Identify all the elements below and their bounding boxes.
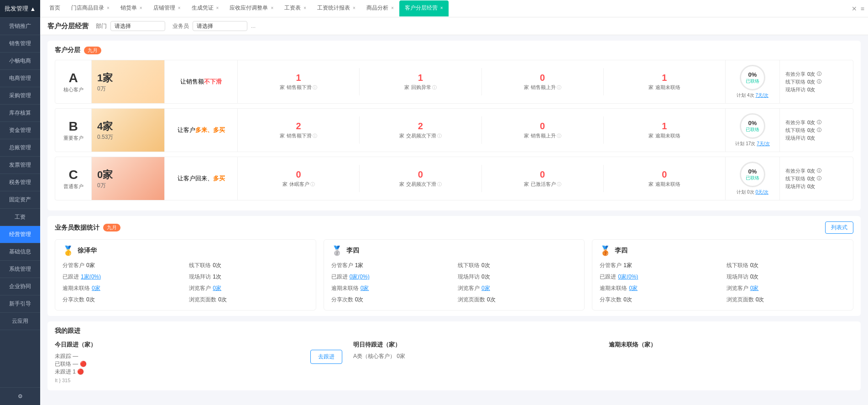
sidebar-item-gongzi[interactable]: 工资 [0,209,40,226]
tier-b-stat-0[interactable]: 2 家销售额下滑ⓘ [238,116,360,144]
tier-a-stat-2-label: 家销售额上升ⓘ [524,84,561,91]
biz-stats-section: 业务员数据统计 九月 列表式 🥇 徐泽华 分管客户 0家 [47,216,861,316]
biz-2-left-1-val[interactable]: 0家(0%) [618,273,638,281]
sidebar-item-jichu[interactable]: 基础信息 [0,243,40,261]
tab-close-payroll-report[interactable]: × [353,5,356,11]
tab-close-product-analysis[interactable]: × [391,5,394,11]
tab-close-all[interactable]: ✕ [852,5,857,12]
tier-c-plan-link[interactable]: 0天/次 [755,189,768,195]
sidebar-top-item[interactable]: 批发管理 ▲ [0,0,40,18]
biz-1-left-2-val[interactable]: 0家 [361,284,369,292]
tab-bar-actions: ✕ ≡ [852,5,864,12]
tier-a-stat-1[interactable]: 1 家回购异常ⓘ [360,68,481,95]
biz-card-2: 🥉 李四 分管客户 1家 线下联络 0次 已跟进 [592,239,853,310]
tab-close-adjustment[interactable]: × [271,5,273,11]
sidebar-item-shuiwu[interactable]: 税务管理 [0,174,40,191]
sidebar-item-yun[interactable]: 云应用 [0,313,40,330]
tier-b-stat-2[interactable]: 0 家销售额上升ⓘ [482,116,604,144]
tier-a-stat-0[interactable]: 1 家销售额下滑ⓘ [238,68,360,95]
tier-b-slogan-highlight: 多来、多买 [195,126,225,134]
tier-c-stat-2[interactable]: 0 家已激活客户ⓘ [482,165,604,192]
tab-close-store-manage[interactable]: × [178,5,181,11]
sidebar-item-kucun[interactable]: 库存核算 [0,105,40,122]
follow-tomorrow-col: 明日待跟进（家） A类（核心客户） 0家 [353,341,598,360]
tier-a-offline-info[interactable]: ⓘ [817,79,821,85]
tab-more[interactable]: ≡ [861,5,864,12]
sidebar-item-fapiao[interactable]: 发票管理 [0,157,40,174]
sidebar-item-xiaodian[interactable]: 小畅电商 [0,53,40,70]
tab-close-sales-order[interactable]: × [140,5,142,11]
tab-customer-tier[interactable]: 客户分层经营 × [399,0,449,16]
settings-button[interactable]: ⚙ [0,387,40,405]
biz-0-left-3: 分享次数 0次 [63,295,182,305]
sidebar-item-jingying[interactable]: 经营管理 [0,226,40,243]
tier-b-main: 4家 0.53万 [92,109,165,152]
biz-1-right-2-val[interactable]: 0家 [481,284,490,292]
biz-card-2-header: 🥉 李四 [600,245,846,256]
biz-2-right-0: 线下联络 0次 [727,261,846,270]
sidebar-item-xiaoshou[interactable]: 销售管理 [0,35,40,53]
sidebar-item-xitong[interactable]: 系统管理 [0,261,40,278]
tab-product-analysis[interactable]: 商品分析 × [361,0,399,16]
sidebar-item-dianshang[interactable]: 电商管理 [0,70,40,87]
tier-a-stat-2-count: 0 [540,73,545,83]
tier-c-stat-0[interactable]: 0 家休眠客户ⓘ [238,165,360,192]
tab-home[interactable]: 首页 [44,0,66,16]
tab-close-voucher[interactable]: × [216,5,219,11]
tier-a-stat-2-info[interactable]: ⓘ [557,84,561,91]
tier-a-stat-0-info[interactable]: ⓘ [313,84,317,91]
tab-close-payroll[interactable]: × [303,5,306,11]
biz-1-right-3-val: 0次 [487,296,496,304]
tab-close-store-products[interactable]: × [107,5,110,11]
tier-a-contact-pct: 0% [748,71,757,78]
tier-a-plan-link[interactable]: 7天/次 [755,93,768,98]
tier-a-stat-3[interactable]: 1 家逾期未联络 [604,68,725,95]
follow-overdue-col: 逾期未联络（家） [609,341,853,352]
tier-b-stat-1-count: 2 [418,121,423,131]
follow-today-stat-contacted: 已联络 — 🔴 [55,360,299,368]
list-view-button[interactable]: 列表式 [825,221,853,234]
tier-a-amount: 0万 [97,85,159,93]
biz-2-right-2-val[interactable]: 0家 [750,284,759,292]
bottom-note: It } 315 [55,376,853,385]
sidebar-item-zijin[interactable]: 资金管理 [0,122,40,139]
tier-c-stat-1[interactable]: 0 家交易频次下滑ⓘ [360,165,481,192]
tier-a-share-info[interactable]: ⓘ [817,71,821,77]
tier-a-stat-2[interactable]: 0 家销售额上升ⓘ [482,68,604,95]
tab-store-products[interactable]: 门店商品目录 × [66,0,115,16]
dept-select[interactable]: 请选择 [110,21,165,31]
biz-0-left-1-val[interactable]: 1家(0%) [81,273,101,281]
sidebar-item-yingxiao[interactable]: 营销推广 [0,18,40,35]
tab-payroll[interactable]: 工资表 × [279,0,312,16]
sidebar-item-zongzhang[interactable]: 总账管理 [0,139,40,157]
tier-a-stat-1-info[interactable]: ⓘ [432,84,437,91]
sales-select[interactable]: 请选择 [193,21,247,31]
tier-row-c: C 普通客户 0家 0万 让客户回来、 多买 0 家休眠客户ⓘ [55,157,853,200]
sidebar-item-caigou[interactable]: 采购管理 [0,87,40,105]
tab-store-manage[interactable]: 店铺管理 × [148,0,186,16]
biz-1-right-0-val: 0次 [481,262,490,269]
tab-voucher[interactable]: 生成凭证 × [186,0,225,16]
biz-0-left-2-val[interactable]: 0家 [92,284,100,292]
biz-2-left-0-val: 1家 [623,262,632,269]
biz-1-left-1-val[interactable]: 0家(0%) [350,273,370,281]
goto-follow-button[interactable]: 去跟进 [310,350,342,364]
follow-section-title: 我的跟进 [55,327,80,335]
biz-2-left-2-val[interactable]: 0家 [629,284,638,292]
biz-0-right-0-val: 0次 [213,262,221,269]
tier-b-plan-link[interactable]: 7天/次 [757,141,769,146]
tier-b-amount: 0.53万 [97,133,159,141]
more-filter-btn[interactable]: ... [251,23,256,29]
sidebar-item-gudingzichan[interactable]: 固定资产 [0,191,40,209]
sidebar-item-qiye[interactable]: 企业协同 [0,278,40,295]
tab-close-customer-tier[interactable]: × [440,5,443,11]
tier-a-stat-3-count: 1 [662,73,667,83]
tier-b-stat-3[interactable]: 1 家逾期未联络 [604,116,725,144]
tier-c-stat-3[interactable]: 0 家逾期未联络 [604,165,725,192]
tab-sales-order[interactable]: 销货单 × [115,0,148,16]
tab-payroll-report[interactable]: 工资统计报表 × [312,0,361,16]
tier-b-stat-1[interactable]: 2 家交易频次下滑ⓘ [360,116,481,144]
biz-0-right-2-val[interactable]: 0家 [213,284,221,292]
sidebar-item-xinshou[interactable]: 新手引导 [0,295,40,313]
tab-adjustment[interactable]: 应收应付调整单 × [224,0,279,16]
